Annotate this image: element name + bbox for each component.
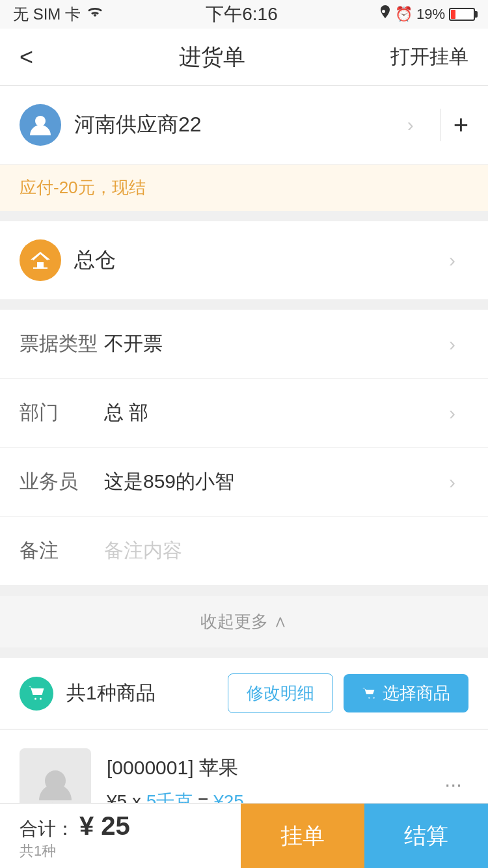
battery-icon	[449, 8, 475, 21]
dept-label: 部门	[20, 400, 104, 426]
carrier-text: 无 SIM 卡	[13, 4, 81, 25]
collapse-button[interactable]: 收起更多 ∧	[0, 596, 488, 647]
svg-point-0	[35, 116, 46, 126]
battery-text: 19%	[416, 6, 445, 23]
status-time: 下午6:16	[206, 2, 278, 27]
person-icon	[29, 113, 52, 137]
product-more-button[interactable]: ···	[438, 766, 468, 803]
cart-icon	[27, 684, 46, 703]
supplier-chevron-icon: ›	[407, 114, 414, 136]
total-area: 合计： ¥ 25 共1种	[0, 804, 241, 868]
home-icon	[29, 249, 51, 271]
products-count: 共1种商品	[66, 680, 228, 707]
remark-label: 备注	[20, 537, 104, 564]
remark-row[interactable]: 备注 备注内容	[0, 517, 488, 586]
bottom-bar: 合计： ¥ 25 共1种 挂单 结算	[0, 803, 488, 868]
dept-value: 总 部	[104, 400, 449, 426]
select-product-button[interactable]: 选择商品	[344, 674, 468, 712]
status-left: 无 SIM 卡	[13, 4, 104, 25]
invoice-label: 票据类型	[20, 331, 104, 357]
pending-button[interactable]: 挂单	[241, 804, 364, 868]
invoice-row[interactable]: 票据类型 不开票 ›	[0, 310, 488, 379]
remark-input[interactable]: 备注内容	[104, 537, 468, 564]
sales-value: 这是859的小智	[104, 468, 449, 495]
wifi-icon	[86, 5, 104, 23]
add-supplier-button[interactable]: +	[454, 112, 468, 138]
supplier-notice: 应付-20元，现结	[0, 165, 488, 211]
total-amount: ¥ 25	[79, 811, 130, 841]
location-icon	[379, 5, 391, 23]
products-icon	[20, 677, 53, 711]
product-placeholder-icon: 鲁+	[33, 761, 78, 807]
dept-chevron-icon: ›	[449, 402, 455, 424]
back-button[interactable]: <	[20, 44, 33, 71]
total-label: 合计：	[20, 817, 74, 841]
product-code: [0000001] 苹果	[107, 757, 238, 778]
status-right: ⏰ 19%	[379, 5, 475, 23]
warehouse-section: 总仓 ›	[0, 221, 488, 299]
cart-add-icon	[362, 687, 377, 700]
invoice-chevron-icon: ›	[449, 333, 455, 355]
collapse-label: 收起更多 ∧	[200, 610, 287, 633]
product-name: [0000001] 苹果	[107, 755, 438, 781]
nav-bar: < 进货单 打开挂单	[0, 29, 488, 86]
checkout-button[interactable]: 结算	[364, 804, 488, 868]
status-bar: 无 SIM 卡 下午6:16 ⏰ 19%	[0, 0, 488, 29]
select-product-label: 选择商品	[383, 682, 450, 705]
supplier-section: 河南供应商22 › + 应付-20元，现结	[0, 86, 488, 211]
warehouse-icon	[20, 239, 61, 281]
supplier-avatar	[20, 104, 61, 146]
total-count: 共1种	[20, 841, 221, 861]
supplier-name: 河南供应商22	[74, 111, 407, 139]
sales-label: 业务员	[20, 468, 104, 495]
divider	[440, 109, 441, 141]
page-title: 进货单	[179, 42, 245, 72]
invoice-value: 不开票	[104, 331, 449, 357]
open-pending-button[interactable]: 打开挂单	[390, 44, 468, 70]
sales-row[interactable]: 业务员 这是859的小智 ›	[0, 448, 488, 517]
warehouse-chevron-icon: ›	[449, 249, 455, 271]
dept-row[interactable]: 部门 总 部 ›	[0, 379, 488, 448]
supplier-row[interactable]: 河南供应商22 › +	[0, 86, 488, 165]
alarm-icon: ⏰	[395, 6, 413, 23]
form-section: 票据类型 不开票 › 部门 总 部 › 业务员 这是859的小智 › 备注 备注…	[0, 310, 488, 586]
warehouse-row[interactable]: 总仓 ›	[0, 221, 488, 299]
products-header: 共1种商品 修改明细 选择商品	[0, 658, 488, 729]
edit-detail-button[interactable]: 修改明细	[228, 673, 333, 713]
warehouse-name: 总仓	[74, 246, 449, 275]
sales-chevron-icon: ›	[449, 471, 455, 493]
